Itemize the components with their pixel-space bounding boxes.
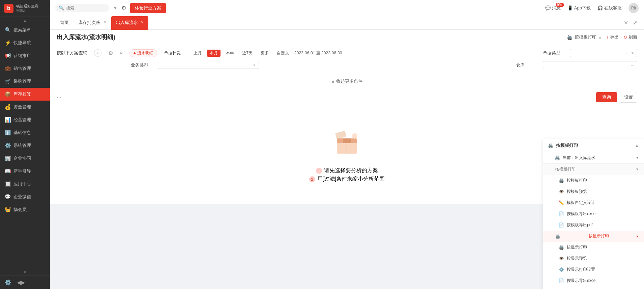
sidebar-item-inventory[interactable]: 📦 库存核算 (0, 88, 50, 101)
date-current-month[interactable]: 本月 (207, 50, 221, 57)
query-button[interactable]: 查询 (596, 92, 617, 102)
print-settings-icon: ⚙️ (559, 267, 564, 272)
toolbar-left: ··· (57, 94, 61, 100)
sidebar-item-basic-info[interactable]: ℹ️ 基础信息 (0, 126, 50, 139)
sidebar-item-label: 企业微信 (13, 194, 31, 200)
message-badge: 99+ (556, 3, 564, 7)
topbar-dropdown-icon[interactable]: ▼ (113, 6, 117, 10)
sidebar-item-label: 畅会员 (13, 207, 27, 213)
sidebar-item-label: 资金管理 (13, 104, 31, 110)
dropdown-item-display-preview[interactable]: 👁️ 按显示预览 (543, 253, 644, 264)
dropdown-item-display-export-pdf[interactable]: 📄 按显示导出pdf (543, 286, 644, 289)
dropdown-item-template-export-pdf[interactable]: 📄 按模板导出pdf (543, 219, 644, 231)
sidebar-item-search[interactable]: 🔍 搜索菜单 (0, 24, 50, 36)
operation-icon: 📊 (5, 117, 11, 123)
filter-collapse-icon[interactable]: « (120, 50, 123, 56)
warehouse-select[interactable]: ··· (543, 61, 637, 69)
dropdown-item-template-print[interactable]: 🖨️ 按模板打印 (543, 175, 644, 186)
print-icon: 🖨️ (559, 178, 564, 183)
date-custom[interactable]: 自定义 (274, 50, 292, 57)
dropdown-item-template-preview[interactable]: 👁️ 按模板预览 (543, 186, 644, 197)
print-dropdown-panel: 🖨️ 按模板打印 ▲ 🖨️ 当前：出入库流水 ▼ 按模板打印 ▼ (543, 139, 644, 289)
settings-button[interactable]: 设置 (620, 92, 637, 103)
page-title-row: 出入库流水(流水明细) 🖨️ 按模板打印 ▲ ↑ 导出 ↻ 刷新 (50, 30, 644, 44)
tab-batch-account-close[interactable]: ✕ (104, 20, 107, 25)
close-window-icon[interactable]: ✕ (624, 20, 628, 26)
tab-inout-flow[interactable]: 出入库流水 ✕ (111, 16, 148, 30)
warehouse-more-icon[interactable]: ··· (631, 63, 634, 68)
sidebar-item-label: 快捷导航 (13, 40, 31, 46)
sidebar-item-marketing[interactable]: 📢 营销推广 (0, 49, 50, 62)
online-service-btn[interactable]: 🎧 在线客服 (597, 5, 622, 11)
date-more[interactable]: 更多 (258, 50, 271, 57)
user-avatar[interactable]: Rit (628, 3, 639, 13)
sidebar-item-finance[interactable]: 💰 资金管理 (0, 101, 50, 113)
template-print-section-label: 按模板打印 (555, 166, 576, 172)
sidebar-item-label: 库存核算 (13, 91, 31, 97)
sidebar-item-label: 销售管理 (13, 65, 31, 72)
current-dropdown-arrow[interactable]: ▼ (636, 156, 639, 160)
tabs-right-controls: ✕ ⤢ (624, 20, 639, 26)
date-last-month[interactable]: 上月 (191, 50, 204, 57)
settings-icon[interactable]: ⚙️ (5, 279, 11, 286)
sidebar-item-guide[interactable]: 📖 新手引导 (0, 165, 50, 178)
filter-chip-liushui[interactable]: ● 流水明细 (129, 49, 157, 57)
tab-inout-flow-close[interactable]: ✕ (141, 20, 144, 25)
collapse-sidebar-icon[interactable]: ◀▶ (17, 279, 25, 286)
expand-window-icon[interactable]: ⤢ (633, 20, 637, 26)
main-area: 1 请先选择要分析的方案 2 用[过滤]条件来缩小分析范围 🖨️ 按模板打印 ▲ (50, 106, 644, 289)
business-type-select[interactable]: ▼ (158, 62, 259, 69)
sidebar-item-app-center[interactable]: 🔲 应用中心 (0, 178, 50, 190)
current-template-row: 🖨️ 当前：出入库流水 ▼ (543, 152, 644, 164)
collapse-more-btn[interactable]: ∧ 收起更多条件 (327, 77, 367, 86)
date-7days[interactable]: 近7天 (239, 50, 255, 57)
date-filter-controls: 上月 本月 本年 近7天 更多 自定义 2023-06-01 至 2023-06… (191, 50, 342, 57)
print-dropdown-btn[interactable]: 🖨️ 按模板打印 ▲ (567, 34, 602, 40)
app-download-btn[interactable]: 📱 App下载 (567, 5, 591, 11)
display-print-section-header[interactable]: 🖨️ 按显示打印 ▲ (543, 231, 644, 242)
dropdown-item-template-export-excel[interactable]: 📄 按模板导出excel (543, 208, 644, 219)
sidebar-item-system[interactable]: ⚙️ 系统管理 (0, 139, 50, 152)
dropdown-collapse-btn[interactable]: ▲ (635, 143, 639, 148)
toolbar-more-icon[interactable]: ··· (57, 94, 61, 100)
bill-type-select[interactable]: ··· ▼ (570, 49, 637, 57)
bill-type-more-icon[interactable]: ··· (626, 51, 630, 55)
filter-add-btn[interactable]: + (94, 49, 101, 57)
dropdown-item-template-custom[interactable]: ✏️ 模板自定义设计 (543, 197, 644, 208)
template-print-section-header[interactable]: 按模板打印 ▼ (543, 164, 644, 175)
dropdown-item-label: 按显示预览 (567, 256, 587, 261)
trial-btn[interactable]: 体验行业方案 (130, 3, 166, 13)
topbar-gear-icon[interactable]: ⚙ (121, 5, 126, 11)
refresh-btn[interactable]: ↻ 刷新 (623, 34, 637, 40)
template-section-collapse-arrow[interactable]: ▼ (636, 167, 639, 171)
sidebar-scroll-down[interactable]: ▼ (0, 269, 50, 275)
tab-home[interactable]: 首页 (55, 16, 74, 30)
display-excel-icon: 📄 (559, 278, 564, 283)
sidebar-item-purchase[interactable]: 🛒 采购管理 (0, 75, 50, 88)
filter-gear-btn[interactable]: ⚙ (108, 50, 113, 56)
sidebar-item-label: 搜索菜单 (13, 27, 31, 33)
finance-icon: 💰 (5, 104, 11, 110)
sidebar-item-wechat[interactable]: 💬 企业微信 (0, 190, 50, 203)
collapse-row: ∧ 收起更多条件 (50, 74, 644, 88)
sidebar-scroll-up[interactable]: ▲ (0, 17, 50, 24)
tab-batch-account[interactable]: 库存批次账 ✕ (74, 16, 111, 30)
sidebar-item-member[interactable]: 👑 畅会员 (0, 203, 50, 216)
date-current-year[interactable]: 本年 (223, 50, 237, 57)
sidebar-item-label: 应用中心 (13, 181, 31, 187)
sidebar-item-sales[interactable]: 💼 销售管理 (0, 62, 50, 75)
sidebar-item-operation[interactable]: 📊 经营管理 (0, 113, 50, 126)
sidebar-item-quick-nav[interactable]: ⚡ 快捷导航 (0, 36, 50, 49)
search-input[interactable] (66, 6, 100, 10)
dropdown-item-display-print-settings[interactable]: ⚙️ 按显示打印设置 (543, 264, 644, 275)
export-btn[interactable]: ↑ 导出 (607, 34, 619, 40)
message-btn[interactable]: 💬 消息 99+ (545, 5, 561, 11)
dropdown-header: 🖨️ 按模板打印 ▲ (543, 139, 644, 152)
sidebar-item-enterprise[interactable]: 🏢 企业协同 (0, 152, 50, 165)
display-section-collapse-arrow[interactable]: ▲ (636, 234, 639, 238)
topbar-search-box[interactable]: 🔍 (55, 4, 109, 12)
chevron-up-icon: ∧ (331, 79, 335, 84)
dropdown-item-display-export-excel[interactable]: 📄 按显示导出excel (543, 275, 644, 286)
date-label: 单据日期 (164, 50, 184, 56)
dropdown-item-display-print[interactable]: 🖨️ 按显示打印 (543, 242, 644, 253)
